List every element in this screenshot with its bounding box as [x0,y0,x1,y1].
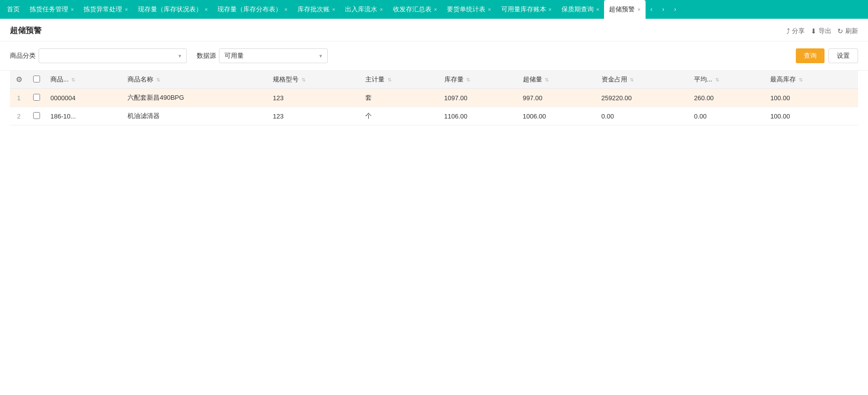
cell-product-name-1: 六配套新昌490BPG [123,89,268,107]
table-container: ⚙ 商品... ⇅ 商品名称 ⇅ 规格型号 ⇅ [0,71,868,125]
sort-spec-icon: ⇅ [302,77,305,82]
share-icon: ⤴ [786,27,790,35]
settings-button[interactable]: 设置 [828,48,858,63]
nav-tab-home[interactable]: 首页 [2,0,25,19]
datasource-select[interactable]: 可用量 ▾ [219,48,328,63]
close-tab-batch[interactable]: × [332,6,335,12]
nav-tab-task-mgmt[interactable]: 拣货任务管理 × [25,0,79,19]
nav-tab-exception[interactable]: 拣货异常处理 × [79,0,132,19]
row-select-1[interactable] [33,94,40,101]
close-tab-task-mgmt[interactable]: × [71,6,74,12]
nav-tab-inout[interactable]: 出入库流水 × [340,0,388,19]
cell-overstock-1: 997.00 [518,89,597,107]
overstock-table: ⚙ 商品... ⇅ 商品名称 ⇅ 规格型号 ⇅ [10,71,858,125]
cell-max-stock-2: 100.00 [765,107,858,125]
nav-tab-expiry[interactable]: 保质期查询 × [557,0,604,19]
cell-stock-2: 1106.00 [439,107,518,125]
nav-tab-inv-dist[interactable]: 现存量（库存分布表） × [213,0,292,19]
col-spec[interactable]: 规格型号 ⇅ [268,71,361,89]
close-tab-available[interactable]: × [549,6,552,12]
close-tab-inout[interactable]: × [380,6,383,12]
sort-capital-icon: ⇅ [630,77,634,82]
category-filter: 商品分类 ▾ [10,48,187,63]
nav-next-arrow[interactable]: › [657,0,669,19]
sort-avg-icon: ⇅ [715,77,719,82]
nav-tab-order-stats[interactable]: 要货单统计表 × [442,0,496,19]
datasource-label: 数据源 [197,51,216,60]
cell-stock-1: 1097.00 [439,89,518,107]
header-actions: ⤴ 分享 ⬇ 导出 ↻ 刷新 [786,27,858,36]
cell-avg-1: 260.00 [689,89,765,107]
nav-tab-available[interactable]: 可用量库存账本 × [496,0,557,19]
table-row: 1 0000004 六配套新昌490BPG 123 套 1097.00 997.… [10,89,858,107]
row-num-2: 2 [10,107,28,125]
page-header: 超储预警 ⤴ 分享 ⬇ 导出 ↻ 刷新 [0,19,868,41]
cell-overstock-2: 1006.00 [518,107,597,125]
sort-stock-icon: ⇅ [466,77,470,82]
select-all-checkbox[interactable] [33,76,40,82]
row-num-1: 1 [10,89,28,107]
col-product-name[interactable]: 商品名称 ⇅ [123,71,268,89]
cell-product-code-1: 0000004 [45,89,123,107]
cell-avg-2: 0.00 [689,107,765,125]
category-chevron-icon: ▾ [178,53,181,59]
cell-capital-2: 0.00 [597,107,690,125]
close-tab-collect[interactable]: × [434,6,437,12]
row-checkbox-1[interactable] [28,89,45,107]
query-button[interactable]: 查询 [796,48,825,63]
page-content: 超储预警 ⤴ 分享 ⬇ 导出 ↻ 刷新 商品分类 ▾ 数据源 [0,19,868,395]
nav-tab-collect[interactable]: 收发存汇总表 × [388,0,442,19]
table-gear-icon[interactable]: ⚙ [16,75,22,83]
cell-spec-2: 123 [268,107,361,125]
nav-more-arrow[interactable]: › [669,0,681,19]
sort-overstock-icon: ⇅ [545,77,549,82]
close-tab-overstock[interactable]: × [637,6,640,12]
export-button[interactable]: ⬇ 导出 [811,27,831,36]
filter-bar: 商品分类 ▾ 数据源 可用量 ▾ 查询 设置 [0,41,868,71]
cell-spec-1: 123 [268,89,361,107]
nav-tab-inv-status[interactable]: 现存量（库存状况表） × [133,0,213,19]
datasource-value: 可用量 [224,51,244,60]
refresh-icon: ↻ [837,27,843,35]
col-product-code[interactable]: 商品... ⇅ [45,71,123,89]
sort-product-code-icon: ⇅ [71,77,75,82]
cell-max-stock-1: 100.00 [765,89,858,107]
sort-unit-icon: ⇅ [388,77,391,82]
col-max-stock[interactable]: 最高库存 ⇅ [765,71,858,89]
share-button[interactable]: ⤴ 分享 [786,27,805,36]
nav-tab-batch[interactable]: 库存批次账 × [293,0,340,19]
col-avg[interactable]: 平均... ⇅ [689,71,765,89]
table-header-row: ⚙ 商品... ⇅ 商品名称 ⇅ 规格型号 ⇅ [10,71,858,89]
table-row: 2 186-10... 机油滤清器 123 个 1106.00 1006.00 … [10,107,858,125]
col-capital[interactable]: 资金占用 ⇅ [597,71,690,89]
datasource-filter: 数据源 可用量 ▾ [197,48,328,63]
row-checkbox-2[interactable] [28,107,45,125]
close-tab-inv-status[interactable]: × [205,6,208,12]
cell-capital-1: 259220.00 [597,89,690,107]
col-overstock[interactable]: 超储量 ⇅ [518,71,597,89]
close-tab-inv-dist[interactable]: × [284,6,287,12]
col-checkbox-header [28,71,45,89]
export-icon: ⬇ [811,27,817,35]
col-stock[interactable]: 库存量 ⇅ [439,71,518,89]
cell-product-name-2: 机油滤清器 [123,107,268,125]
close-tab-expiry[interactable]: × [596,6,599,12]
cell-unit-1: 套 [360,89,439,107]
sort-max-stock-icon: ⇅ [799,77,803,82]
close-tab-exception[interactable]: × [125,6,128,12]
top-nav: 首页 拣货任务管理 × 拣货异常处理 × 现存量（库存状况表） × 现存量（库存… [0,0,868,19]
cell-product-code-2: 186-10... [45,107,123,125]
category-select[interactable]: ▾ [39,48,187,63]
cell-unit-2: 个 [360,107,439,125]
page-title: 超储预警 [10,26,42,36]
row-select-2[interactable] [33,112,40,119]
nav-tab-overstock[interactable]: 超储预警 × [604,0,645,19]
close-tab-order-stats[interactable]: × [488,6,491,12]
filter-buttons: 查询 设置 [796,48,858,63]
col-settings: ⚙ [10,71,28,89]
nav-prev-arrow[interactable]: ‹ [646,0,657,19]
refresh-button[interactable]: ↻ 刷新 [837,27,858,36]
col-unit[interactable]: 主计量 ⇅ [360,71,439,89]
sort-product-name-icon: ⇅ [156,77,160,82]
category-label: 商品分类 [10,51,36,60]
